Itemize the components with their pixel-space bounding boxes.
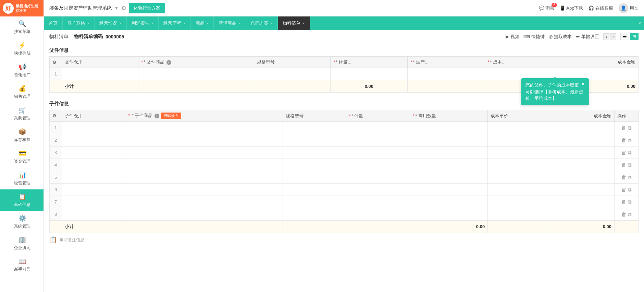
breadcrumb[interactable]: 物料清单 — [49, 34, 69, 40]
app-download[interactable]: 📱 App下载 — [560, 5, 583, 11]
parent-row-1-spec[interactable] — [254, 68, 330, 80]
child-row-7-unit[interactable] — [346, 196, 410, 208]
child-row-2-cost-amount[interactable] — [551, 134, 615, 147]
delete-icon[interactable]: 🗑 — [621, 150, 627, 156]
tab-barcode[interactable]: 条码方案 × — [246, 16, 278, 30]
sidebar-item-guide[interactable]: 📖 新手引导 — [0, 254, 44, 276]
trial-button[interactable]: 体验行业方案 — [129, 3, 165, 13]
child-row-8-unit-price[interactable] — [488, 208, 551, 221]
child-row-5-product[interactable] — [125, 171, 283, 184]
child-row-1-warehouse[interactable] — [62, 122, 125, 134]
delete-icon[interactable]: 🗑 — [621, 162, 627, 168]
child-row-1-spec[interactable] — [283, 122, 346, 134]
delete-icon[interactable]: 🗑 — [621, 211, 627, 218]
parent-col-settings[interactable]: ⚙ — [50, 57, 62, 68]
child-row-7-unit-price[interactable] — [488, 196, 551, 208]
child-row-8-quantity[interactable] — [410, 208, 488, 221]
sidebar-item-system[interactable]: ⚙️ 系统管理 — [0, 211, 44, 233]
system-dropdown-arrow[interactable]: ▼ — [114, 6, 119, 11]
child-row-2-unit-price[interactable] — [488, 134, 551, 147]
copy-icon[interactable]: ⧉ — [628, 137, 632, 143]
child-row-7-warehouse[interactable] — [62, 196, 125, 208]
child-row-8-unit[interactable] — [346, 208, 410, 221]
child-row-2-spec[interactable] — [283, 134, 346, 147]
sidebar-item-quick-nav[interactable]: ⚡ 快捷导航 — [0, 38, 44, 60]
child-row-6-unit-price[interactable] — [488, 184, 551, 196]
copy-icon[interactable]: ⧉ — [628, 199, 632, 205]
child-row-3-quantity[interactable] — [410, 147, 488, 159]
tooltip-close-button[interactable]: × — [582, 82, 584, 86]
tab-new-product[interactable]: 新增商品 × — [214, 16, 246, 30]
child-row-1-quantity[interactable] — [410, 122, 488, 134]
tab-bom[interactable]: 物料清单 × — [278, 16, 310, 30]
next-arrow[interactable]: › — [610, 33, 616, 40]
sidebar-item-marketing[interactable]: 📢 营销推广 — [0, 60, 44, 81]
note-hint[interactable]: 填写备注信息 — [60, 237, 84, 243]
child-row-5-spec[interactable] — [283, 171, 346, 184]
child-row-2-unit[interactable] — [346, 134, 410, 147]
parent-row-1-unit[interactable] — [331, 68, 408, 80]
tab-home[interactable]: 首页 — [44, 16, 63, 30]
tab-history-close[interactable]: × — [183, 21, 185, 25]
child-row-6-warehouse[interactable] — [62, 184, 125, 196]
child-row-3-unit-price[interactable] — [488, 147, 551, 159]
sidebar-item-search[interactable]: 🔍 搜索菜单 — [0, 16, 44, 38]
child-row-6-spec[interactable] — [283, 184, 346, 196]
settings-icon[interactable]: ⚙ — [121, 5, 126, 11]
child-product-info-icon[interactable]: i — [154, 114, 159, 118]
delete-icon[interactable]: 🗑 — [621, 199, 627, 205]
child-row-1-unit-price[interactable] — [488, 122, 551, 134]
child-row-1-unit[interactable] — [346, 122, 410, 134]
delete-icon[interactable]: 🗑 — [621, 187, 627, 193]
message-badge[interactable]: 💬 6 消息 — [539, 5, 555, 11]
child-row-5-quantity[interactable] — [410, 171, 488, 184]
delete-icon[interactable]: 🗑 — [621, 137, 627, 143]
copy-icon[interactable]: ⧉ — [628, 150, 632, 156]
child-row-6-product[interactable] — [125, 184, 283, 196]
scan-button[interactable]: 扫码录入 — [161, 113, 181, 119]
child-row-4-unit[interactable] — [346, 159, 410, 171]
tab-profit-close[interactable]: × — [151, 21, 153, 25]
tab-operations[interactable]: 经营情况 × — [95, 16, 126, 30]
grid-view-btn[interactable]: ⊞ — [630, 33, 639, 40]
child-row-5-warehouse[interactable] — [62, 171, 125, 184]
parent-row-1-warehouse[interactable] — [62, 68, 138, 80]
parent-row-1-production[interactable] — [408, 68, 485, 80]
child-row-3-warehouse[interactable] — [62, 147, 125, 159]
child-row-6-cost-amount[interactable] — [551, 184, 615, 196]
child-row-7-product[interactable] — [125, 196, 283, 208]
user-area[interactable]: 👤 用友 — [619, 3, 639, 13]
delete-icon[interactable]: 🗑 — [621, 125, 627, 131]
list-view-btn[interactable]: ☰ — [620, 33, 629, 40]
sidebar-item-enterprise[interactable]: 🏢 企业协同 — [0, 233, 44, 254]
child-row-1-cost-amount[interactable] — [551, 122, 615, 134]
child-row-5-unit[interactable] — [346, 171, 410, 184]
tab-history[interactable]: 经营历程 × — [159, 16, 190, 30]
child-row-2-quantity[interactable] — [410, 134, 488, 147]
sidebar-item-basic-info[interactable]: 📋 基础信息 — [0, 189, 44, 211]
tab-new-product-close[interactable]: × — [238, 21, 240, 25]
child-row-5-cost-amount[interactable] — [551, 171, 615, 184]
child-row-2-warehouse[interactable] — [62, 134, 125, 147]
child-row-7-cost-amount[interactable] — [551, 196, 615, 208]
child-row-7-spec[interactable] — [283, 196, 346, 208]
sidebar-item-inventory[interactable]: 📦 库存核算 — [0, 125, 44, 146]
child-row-8-warehouse[interactable] — [62, 208, 125, 221]
child-row-4-cost-amount[interactable] — [551, 159, 615, 171]
copy-icon[interactable]: ⧉ — [628, 211, 632, 218]
child-row-7-quantity[interactable] — [410, 196, 488, 208]
copy-icon[interactable]: ⧉ — [628, 174, 632, 180]
close-all-tabs[interactable]: × — [635, 20, 644, 26]
sidebar-item-operations[interactable]: 📊 经营管理 — [0, 168, 44, 189]
child-row-4-warehouse[interactable] — [62, 159, 125, 171]
child-row-5-unit-price[interactable] — [488, 171, 551, 184]
online-service[interactable]: 🎧 在线客服 — [589, 5, 613, 11]
copy-icon[interactable]: ⧉ — [628, 125, 632, 131]
child-row-8-spec[interactable] — [283, 208, 346, 221]
tab-customer-close[interactable]: × — [87, 21, 89, 25]
child-row-4-quantity[interactable] — [410, 159, 488, 171]
delete-icon[interactable]: 🗑 — [621, 174, 627, 180]
copy-icon[interactable]: ⧉ — [628, 162, 632, 168]
product-info-icon[interactable]: i — [166, 60, 171, 65]
child-row-3-cost-amount[interactable] — [551, 147, 615, 159]
